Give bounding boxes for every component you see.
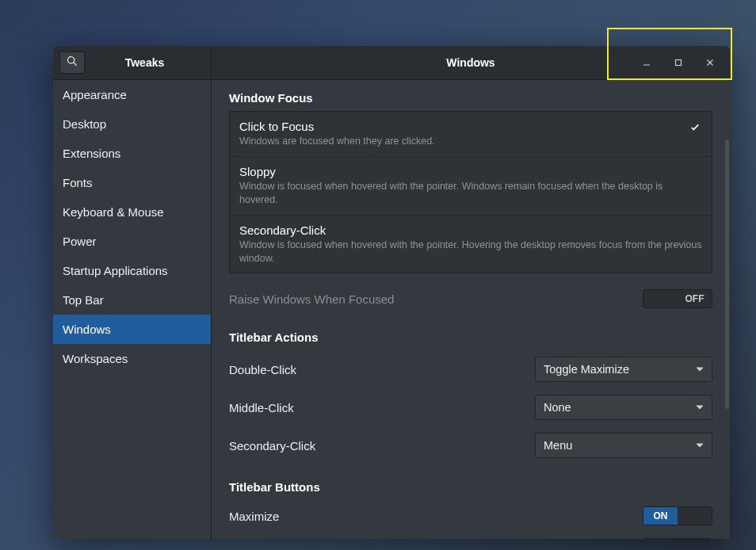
- toggle-on-label: ON: [643, 507, 678, 525]
- raise-windows-row: Raise Windows When Focused ON OFF: [229, 283, 712, 315]
- search-button[interactable]: [59, 52, 85, 74]
- content-pane: Window Focus Click to FocusWindows are f…: [212, 80, 730, 539]
- sidebar-item-desktop[interactable]: Desktop: [53, 109, 211, 139]
- headerbar: Tweaks Windows: [53, 46, 730, 80]
- tweaks-window: Tweaks Windows: [53, 46, 730, 539]
- raise-windows-toggle[interactable]: ON OFF: [643, 289, 712, 308]
- focus-option-desc: Window is focused when hovered with the …: [239, 180, 702, 207]
- sidebar-item-keyboard-mouse[interactable]: Keyboard & Mouse: [53, 197, 211, 227]
- sidebar-item-appearance[interactable]: Appearance: [53, 80, 211, 109]
- section-header-titlebar-actions: Titlebar Actions: [229, 330, 712, 344]
- titlebar-action-row-middle-click: Middle-ClickNone: [229, 388, 712, 426]
- row-label: Secondary-Click: [229, 439, 315, 453]
- toggle-off-label: OFF: [678, 290, 712, 307]
- row-label: Middle-Click: [229, 401, 294, 414]
- close-icon: [706, 55, 714, 70]
- content-scrollbar[interactable]: [725, 139, 729, 409]
- sidebar-item-top-bar[interactable]: Top Bar: [53, 285, 211, 315]
- toggle-on-label: ON: [643, 290, 678, 307]
- minimize-toggle[interactable]: ON OFF: [643, 538, 712, 539]
- app-title: Tweaks: [85, 56, 204, 69]
- focus-option-secondary-click[interactable]: Secondary-ClickWindow is focused when ho…: [230, 216, 712, 273]
- maximize-button[interactable]: [663, 52, 693, 74]
- sidebar: AppearanceDesktopExtensionsFontsKeyboard…: [53, 80, 212, 539]
- minimize-icon: [643, 55, 651, 70]
- raise-windows-label: Raise Windows When Focused: [229, 292, 394, 306]
- minimize-button-row: Minimize ON OFF: [229, 532, 712, 539]
- minimize-button[interactable]: [632, 52, 662, 74]
- focus-option-title: Sloppy: [239, 165, 702, 178]
- combo-value: None: [544, 401, 571, 414]
- focus-option-title: Click to Focus: [239, 120, 702, 133]
- maximize-button-row: Maximize ON OFF: [229, 500, 712, 532]
- window-controls: [632, 46, 730, 79]
- maximize-icon: [674, 55, 682, 70]
- combo-value: Toggle Maximize: [544, 363, 629, 376]
- combo-secondary-click[interactable]: Menu: [535, 433, 712, 458]
- check-icon: [689, 123, 701, 137]
- focus-mode-list: Click to FocusWindows are focused when t…: [229, 111, 712, 273]
- sidebar-item-extensions[interactable]: Extensions: [53, 139, 211, 168]
- combo-double-click[interactable]: Toggle Maximize: [535, 357, 712, 382]
- sidebar-item-windows[interactable]: Windows: [53, 315, 211, 344]
- header-left-section: Tweaks: [53, 46, 212, 79]
- titlebar-action-row-secondary-click: Secondary-ClickMenu: [229, 426, 712, 464]
- sidebar-item-startup-applications[interactable]: Startup Applications: [53, 256, 211, 285]
- row-label: Double-Click: [229, 363, 296, 376]
- svg-rect-1: [676, 60, 682, 66]
- maximize-toggle[interactable]: ON OFF: [643, 506, 712, 525]
- maximize-row-label: Maximize: [229, 510, 279, 523]
- section-header-focus: Window Focus: [229, 91, 712, 105]
- section-header-titlebar-buttons: Titlebar Buttons: [229, 480, 712, 494]
- search-icon: [67, 55, 78, 70]
- focus-option-sloppy[interactable]: SloppyWindow is focused when hovered wit…: [230, 157, 712, 216]
- focus-option-desc: Windows are focused when they are clicke…: [239, 135, 702, 148]
- titlebar-action-row-double-click: Double-ClickToggle Maximize: [229, 350, 712, 388]
- close-button[interactable]: [695, 52, 725, 74]
- focus-option-title: Secondary-Click: [239, 223, 702, 237]
- chevron-down-icon: [696, 401, 704, 414]
- combo-value: Menu: [544, 439, 572, 452]
- focus-option-click-to-focus[interactable]: Click to FocusWindows are focused when t…: [230, 112, 712, 157]
- sidebar-item-fonts[interactable]: Fonts: [53, 168, 211, 197]
- window-body: AppearanceDesktopExtensionsFontsKeyboard…: [53, 80, 730, 539]
- chevron-down-icon: [696, 363, 704, 376]
- chevron-down-icon: [696, 439, 704, 452]
- combo-middle-click[interactable]: None: [535, 395, 712, 420]
- header-right-section: Windows: [212, 46, 730, 79]
- toggle-off-label: OFF: [678, 507, 712, 525]
- sidebar-item-workspaces[interactable]: Workspaces: [53, 344, 211, 373]
- sidebar-item-power[interactable]: Power: [53, 227, 211, 256]
- focus-option-desc: Window is focused when hovered with the …: [239, 239, 702, 265]
